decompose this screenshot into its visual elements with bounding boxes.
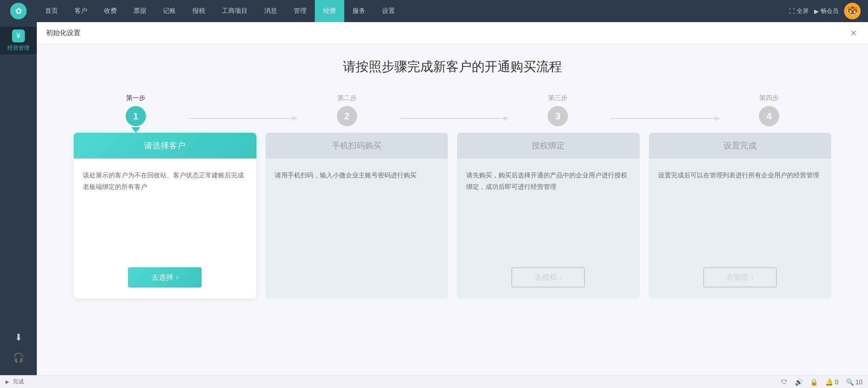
fullscreen-icon: ⛶ bbox=[789, 8, 795, 15]
shield-icon: 🛡 bbox=[781, 378, 787, 386]
go-manage-button[interactable]: 去管理 › bbox=[703, 267, 777, 288]
step-card-3: 授权绑定 请先购买，购买后选择开通的产品中的企业用户进行授权绑定，成功后即可进行… bbox=[457, 133, 640, 299]
card-4-body: 设置完成后可以在管理列表进行所有企业用户的经营管理 bbox=[649, 159, 832, 260]
play-icon: ▶ bbox=[814, 8, 819, 15]
card-3-body: 请先购买，购买后选择开通的产品中的企业用户进行授权绑定，成功后即可进行经营管理 bbox=[457, 159, 640, 260]
management-icon: ¥ bbox=[12, 29, 25, 42]
connector-2-3 bbox=[399, 118, 505, 119]
step-1-header: 第一步 1 bbox=[83, 94, 188, 133]
status-bar: ▶ 完成 🛡 🔊 🔒 🔔 0 🔍 10 bbox=[0, 375, 868, 388]
flow-title: 请按照步骤完成新客户的开通购买流程 bbox=[55, 58, 850, 76]
card-1-header: 请选择客户 bbox=[74, 133, 256, 159]
fullscreen-button[interactable]: ⛶ 全屏 bbox=[789, 7, 809, 15]
content-area: 请按照步骤完成新客户的开通购买流程 第一步 1 第二步 2 bbox=[37, 44, 868, 375]
step-4-circle: 4 bbox=[759, 106, 779, 126]
chevron-right-icon-3: › bbox=[560, 273, 562, 282]
card-3-header: 授权绑定 bbox=[457, 133, 640, 159]
status-left: ▶ 完成 bbox=[6, 378, 24, 386]
volume-icon: 🔊 bbox=[795, 378, 803, 386]
step-4-header: 第四步 4 bbox=[717, 94, 822, 133]
nav-item-首页[interactable]: 首页 bbox=[37, 0, 66, 22]
step-card-4: 设置完成 设置完成后可以在管理列表进行所有企业用户的经营管理 去管理 › bbox=[649, 133, 832, 299]
chevron-right-icon: › bbox=[176, 273, 179, 282]
step-2-circle: 2 bbox=[337, 106, 357, 126]
card-1-footer: 去选择 › bbox=[74, 260, 256, 299]
connector-1-2 bbox=[188, 118, 294, 119]
card-4-footer: 去管理 › bbox=[649, 260, 832, 299]
nav-menu: 首页客户收费票据记账报税工商项目消息管理经营服务设置 bbox=[37, 0, 789, 22]
card-4-header: 设置完成 bbox=[649, 133, 832, 159]
step-3-header: 第三步 3 bbox=[505, 94, 611, 133]
step-3-label: 第三步 bbox=[548, 94, 567, 102]
go-select-button[interactable]: 去选择 › bbox=[128, 267, 202, 288]
step-2-header: 第二步 2 bbox=[294, 94, 399, 133]
nav-item-消息[interactable]: 消息 bbox=[256, 0, 285, 22]
card-2-body: 请用手机扫码，输入小微企业主账号密码进行购买 bbox=[266, 159, 448, 280]
card-1-body: 该处展示的客户为不在回收站、客户状态正常建账后完成老板端绑定的所有客户 bbox=[74, 159, 256, 260]
step-2-label: 第二步 bbox=[337, 94, 357, 102]
nav-item-管理[interactable]: 管理 bbox=[285, 0, 315, 22]
play-icon-status: ▶ bbox=[6, 379, 9, 384]
step-1-circle: 1 bbox=[126, 106, 146, 126]
notification-icon: 🔔 0 bbox=[825, 378, 839, 386]
steps-timeline: 第一步 1 第二步 2 bbox=[55, 94, 850, 133]
nav-item-客户[interactable]: 客户 bbox=[66, 0, 96, 22]
step-card-2: 手机扫码购买 请用手机扫码，输入小微企业主账号密码进行购买 bbox=[266, 133, 448, 299]
member-button[interactable]: ▶ 畅会员 bbox=[814, 7, 839, 15]
top-navigation: ✿ 首页客户收费票据记账报税工商项目消息管理经营服务设置 ⛶ 全屏 ▶ 畅会员 … bbox=[0, 0, 868, 22]
connector-3-4 bbox=[611, 118, 716, 119]
zoom-icon: 🔍 10 bbox=[846, 378, 862, 386]
page-title: 初始化设置 bbox=[46, 29, 81, 37]
step-4-label: 第四步 bbox=[759, 94, 779, 102]
logo[interactable]: ✿ bbox=[10, 3, 27, 19]
step-1-pointer bbox=[131, 127, 140, 133]
nav-item-工商项目[interactable]: 工商项目 bbox=[214, 0, 256, 22]
sidebar-bottom: ⬇ 🎧 bbox=[10, 329, 27, 366]
card-2-header: 手机扫码购买 bbox=[266, 133, 448, 159]
card-3-footer: 去授权 › bbox=[457, 260, 640, 299]
download-icon[interactable]: ⬇ bbox=[10, 329, 27, 346]
main-content: 初始化设置 ✕ 请按照步骤完成新客户的开通购买流程 第一步 1 第二步 bbox=[37, 22, 868, 375]
sidebar: ¥ 经营管理 ⬇ 🎧 bbox=[0, 22, 37, 375]
step-card-1: 请选择客户 该处展示的客户为不在回收站、客户状态正常建账后完成老板端绑定的所有客… bbox=[74, 133, 256, 299]
nav-item-记账[interactable]: 记账 bbox=[155, 0, 184, 22]
avatar[interactable]: 🐯 bbox=[844, 3, 861, 19]
chevron-right-icon-4: › bbox=[751, 273, 753, 282]
nav-item-经营[interactable]: 经营 bbox=[315, 0, 344, 22]
nav-item-票据[interactable]: 票据 bbox=[125, 0, 155, 22]
sidebar-item-management[interactable]: ¥ 经营管理 bbox=[0, 27, 37, 54]
status-right: 🛡 🔊 🔒 🔔 0 🔍 10 bbox=[781, 378, 862, 386]
card-2-footer bbox=[266, 280, 448, 299]
headset-icon[interactable]: 🎧 bbox=[10, 349, 27, 366]
step-1-label: 第一步 bbox=[126, 94, 145, 102]
close-button[interactable]: ✕ bbox=[848, 28, 859, 39]
page-header: 初始化设置 ✕ bbox=[37, 22, 868, 44]
nav-item-报税[interactable]: 报税 bbox=[184, 0, 214, 22]
nav-right: ⛶ 全屏 ▶ 畅会员 🐯 bbox=[789, 3, 868, 19]
step-3-circle: 3 bbox=[548, 106, 568, 126]
status-text: 完成 bbox=[13, 378, 24, 386]
nav-item-收费[interactable]: 收费 bbox=[96, 0, 125, 22]
nav-item-设置[interactable]: 设置 bbox=[374, 0, 403, 22]
lock-icon: 🔒 bbox=[810, 378, 818, 386]
cards-row: 请选择客户 该处展示的客户为不在回收站、客户状态正常建账后完成老板端绑定的所有客… bbox=[55, 133, 850, 299]
go-authorize-button[interactable]: 去授权 › bbox=[511, 267, 585, 288]
nav-item-服务[interactable]: 服务 bbox=[344, 0, 374, 22]
